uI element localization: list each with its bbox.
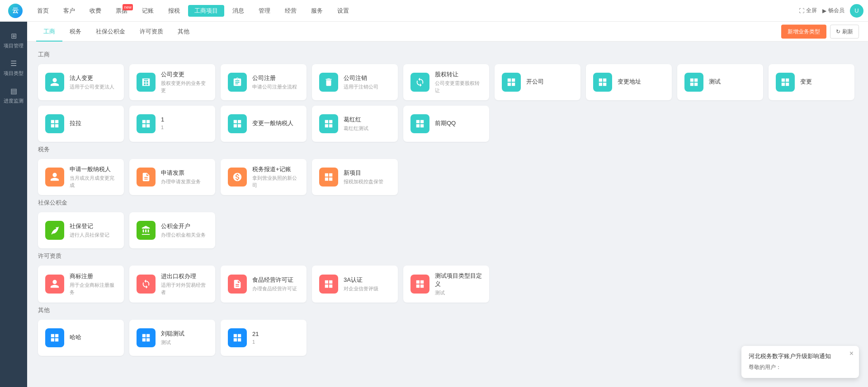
- card-info: 11: [161, 116, 208, 131]
- nav-item-消息[interactable]: 消息: [226, 5, 250, 17]
- card-title: 申请一般纳税人: [70, 165, 117, 173]
- nav-item-票据[interactable]: 票据new: [109, 5, 134, 17]
- refresh-button[interactable]: ↻ 刷新: [830, 24, 859, 38]
- sidebar-item-项目类型[interactable]: ☰项目类型: [0, 54, 27, 81]
- nav-item-服务[interactable]: 服务: [305, 5, 329, 17]
- card-desc: 葛红红测试: [344, 125, 391, 132]
- notification-close-button[interactable]: ×: [849, 350, 854, 358]
- card-公司变更[interactable]: 公司变更股权变更外的业务变更: [129, 64, 215, 100]
- card-icon: [228, 114, 247, 133]
- notification-body: 尊敬的用户：: [749, 363, 852, 372]
- card-前期QQ[interactable]: 前期QQ: [403, 106, 489, 142]
- nav-item-记账[interactable]: 记账: [136, 5, 160, 17]
- section-工商: 工商法人变更适用于公司变更法人公司变更股权变更外的业务变更公司注册申请公司注册全…: [38, 51, 857, 142]
- nav-item-报税[interactable]: 报税: [162, 5, 186, 17]
- card-title: 社保登记: [70, 222, 117, 230]
- card-公积金开户[interactable]: 公积金开户办理公积金相关业务: [129, 212, 215, 248]
- vip-icon: ▶: [822, 8, 826, 14]
- logo[interactable]: 云: [5, 0, 26, 22]
- card-21[interactable]: 211: [221, 320, 307, 356]
- card-info: 股权转让公司变更需要股权转让: [435, 70, 482, 94]
- card-新项目[interactable]: 新项目报税加税控盘保管: [312, 159, 398, 195]
- card-icon: [137, 275, 156, 294]
- card-info: 测试项目类型目定义测试: [435, 272, 482, 296]
- section-税务: 税务申请一般纳税人当月或次月成变更完成申请发票办理申请发票业务税务报道+记账拿到…: [38, 145, 857, 195]
- card-商标注册[interactable]: 商标注册用于企业商标注册服务: [38, 266, 124, 303]
- card-icon: [137, 168, 156, 187]
- tab-工商[interactable]: 工商: [36, 22, 62, 42]
- card-title: 公司变更: [161, 70, 208, 79]
- card-title: 法人变更: [70, 74, 117, 82]
- new-business-type-button[interactable]: 新增业务类型: [781, 24, 826, 38]
- card-开公司[interactable]: 开公司: [495, 64, 580, 100]
- card-3A认证[interactable]: 3A认证对企业信誉评级: [312, 266, 398, 303]
- card-info: 变更: [800, 78, 847, 87]
- card-info: 公司注销适用于注销公司: [344, 74, 391, 90]
- card-申请一般纳税人[interactable]: 申请一般纳税人当月或次月成变更完成: [38, 159, 124, 195]
- card-变更地址[interactable]: 变更地址: [586, 64, 672, 100]
- nav-item-管理[interactable]: 管理: [252, 5, 277, 17]
- tab-bar: 工商税务社保公积金许可资质其他 新增业务类型 ↻ 刷新: [27, 22, 868, 42]
- nav-badge: new: [123, 4, 133, 10]
- card-icon: [410, 73, 429, 92]
- card-title: 股权转让: [435, 70, 482, 79]
- card-公司注销[interactable]: 公司注销适用于注销公司: [312, 64, 398, 100]
- card-icon: [137, 114, 156, 133]
- sidebar-item-进度监测[interactable]: ▤进度监测: [0, 81, 27, 109]
- card-title: 税务报道+记账: [252, 165, 299, 173]
- tab-其他[interactable]: 其他: [170, 22, 197, 42]
- card-股权转让[interactable]: 股权转让公司变更需要股权转让: [403, 64, 489, 100]
- card-哈哈[interactable]: 哈哈: [38, 320, 124, 356]
- avatar[interactable]: U: [850, 4, 863, 18]
- card-申请发票[interactable]: 申请发票办理申请发票业务: [129, 159, 215, 195]
- card-title: 21: [252, 331, 299, 337]
- card-葛红红[interactable]: 葛红红葛红红测试: [312, 106, 398, 142]
- sidebar-icon: ▤: [9, 86, 19, 96]
- card-食品经营许可证[interactable]: 食品经营许可证办理食品经营许可证: [221, 266, 307, 303]
- card-title: 公积金开户: [161, 222, 208, 230]
- card-icon: [502, 73, 521, 92]
- card-icon: [45, 114, 64, 133]
- card-title: 开公司: [526, 78, 573, 86]
- section-title: 其他: [38, 306, 857, 314]
- card-title: 刘聪测试: [161, 330, 208, 338]
- card-title: 3A认证: [344, 276, 391, 284]
- card-desc: 进行人员社保登记: [70, 232, 117, 238]
- card-测试[interactable]: 测试: [677, 64, 763, 100]
- sidebar-item-项目管理[interactable]: ⊞项目管理: [0, 26, 27, 54]
- card-拉拉[interactable]: 拉拉: [38, 106, 124, 142]
- nav-item-首页[interactable]: 首页: [31, 5, 55, 17]
- card-icon: [228, 73, 247, 92]
- card-社保登记[interactable]: 社保登记进行人员社保登记: [38, 212, 124, 248]
- card-info: 3A认证对企业信誉评级: [344, 276, 391, 292]
- card-title: 变更一般纳税人: [252, 119, 299, 127]
- card-title: 哈哈: [70, 333, 117, 341]
- card-icon: [45, 221, 64, 240]
- card-变更[interactable]: 变更: [769, 64, 854, 100]
- tab-税务[interactable]: 税务: [62, 22, 89, 42]
- card-刘聪测试[interactable]: 刘聪测试测试: [129, 320, 215, 356]
- card-icon: [45, 168, 64, 187]
- nav-item-经营[interactable]: 经营: [278, 5, 303, 17]
- fullscreen-btn[interactable]: ⛶ 全屏: [799, 7, 817, 14]
- card-icon: [593, 73, 612, 92]
- nav-item-客户[interactable]: 客户: [57, 5, 81, 17]
- card-税务报道+记账[interactable]: 税务报道+记账拿到营业执照的新公司: [221, 159, 307, 195]
- nav-item-工商项目[interactable]: 工商项目: [188, 5, 224, 17]
- card-desc: 办理申请发票业务: [161, 178, 208, 185]
- card-1[interactable]: 11: [129, 106, 215, 142]
- card-desc: 办理食品经营许可证: [252, 285, 299, 292]
- card-变更一般纳税人[interactable]: 变更一般纳税人: [221, 106, 307, 142]
- sidebar-icon: ☰: [9, 58, 19, 68]
- vip-btn[interactable]: ▶ 畅会员: [822, 7, 844, 14]
- card-title: 拉拉: [70, 119, 117, 127]
- tab-社保公积金[interactable]: 社保公积金: [89, 22, 132, 42]
- card-测试项目类型目定义[interactable]: 测试项目类型目定义测试: [403, 266, 489, 303]
- card-desc: 当月或次月成变更完成: [70, 175, 117, 189]
- nav-item-设置[interactable]: 设置: [331, 5, 355, 17]
- card-法人变更[interactable]: 法人变更适用于公司变更法人: [38, 64, 124, 100]
- tab-许可资质[interactable]: 许可资质: [132, 22, 170, 42]
- card-公司注册[interactable]: 公司注册申请公司注册全流程: [221, 64, 307, 100]
- nav-item-收费[interactable]: 收费: [83, 5, 108, 17]
- card-进出口权办理[interactable]: 进出口权办理适用于对外贸易经营者: [129, 266, 215, 303]
